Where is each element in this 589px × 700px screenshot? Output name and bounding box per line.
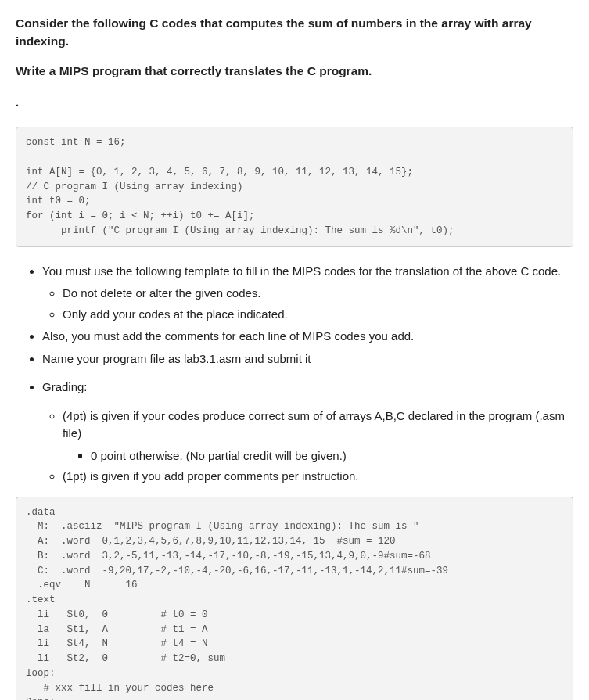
mips-code-block: .data M: .asciiz "MIPS program I (Using … xyxy=(16,497,573,701)
grading-text: Grading: xyxy=(42,380,88,393)
instruction-list: You must use the following template to f… xyxy=(16,263,573,368)
instruction-item: Name your program file as lab3.1.asm and… xyxy=(42,350,573,368)
grading-sublist: (4pt) is given if your codes produce cor… xyxy=(42,407,573,486)
instruction-subitem: Only add your codes at the place indicat… xyxy=(63,306,573,324)
grading-subsubitem: 0 point otherwise. (No partial credit wi… xyxy=(91,447,573,465)
instruction-sublist: Do not delete or alter the given codes. … xyxy=(42,285,573,323)
instruction-text: You must use the following template to f… xyxy=(42,264,561,278)
grading-list: Grading: (4pt) is given if your codes pr… xyxy=(16,379,573,486)
question-heading-1: Consider the following C codes that comp… xyxy=(16,14,573,51)
stray-dot: . xyxy=(16,94,573,112)
grading-subtext: (4pt) is given if your codes produce cor… xyxy=(63,409,565,440)
grading-item: Grading: (4pt) is given if your codes pr… xyxy=(42,379,573,486)
grading-subitem: (1pt) is given if you add proper comment… xyxy=(63,468,573,486)
question-heading-2: Write a MIPS program that correctly tran… xyxy=(16,62,573,80)
instruction-item: Also, you must add the comments for each… xyxy=(42,328,573,346)
instruction-subitem: Do not delete or alter the given codes. xyxy=(63,285,573,303)
instruction-item: You must use the following template to f… xyxy=(42,263,573,324)
c-code-block: const int N = 16; int A[N] = {0, 1, 2, 3… xyxy=(16,127,573,246)
grading-subsublist: 0 point otherwise. (No partial credit wi… xyxy=(63,447,573,465)
grading-subitem: (4pt) is given if your codes produce cor… xyxy=(63,407,573,465)
